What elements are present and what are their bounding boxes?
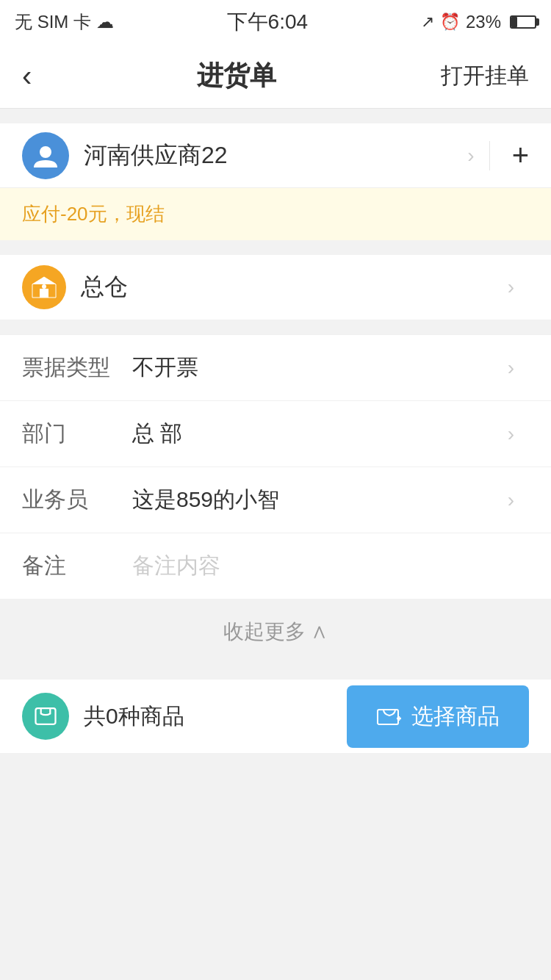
- form-card: 票据类型 不开票 › 部门 总 部 › 业务员 这是859的小智 › 备注 备注…: [0, 334, 551, 599]
- bottom-bar: 共0种商品 选择商品: [0, 680, 551, 753]
- section-gap-2: [0, 240, 551, 255]
- salesperson-row[interactable]: 业务员 这是859的小智 ›: [0, 466, 551, 533]
- warehouse-name: 总仓: [81, 271, 508, 303]
- warehouse-row[interactable]: 总仓 ›: [0, 255, 551, 320]
- svg-rect-3: [36, 708, 56, 724]
- page-title: 进货单: [197, 58, 276, 94]
- salesperson-value: 这是859的小智: [118, 485, 508, 515]
- notice-banner: 应付-20元，现结: [0, 188, 551, 240]
- warehouse-arrow-icon: ›: [508, 275, 514, 299]
- department-label: 部门: [22, 419, 118, 449]
- location-icon: ↗: [421, 12, 434, 32]
- back-button[interactable]: ‹: [22, 60, 32, 93]
- battery-icon: [510, 15, 536, 29]
- invoice-type-value: 不开票: [118, 353, 508, 383]
- supplier-card: 河南供应商22 › + 应付-20元，现结: [0, 123, 551, 240]
- supplier-row[interactable]: 河南供应商22 › +: [0, 123, 551, 188]
- invoice-arrow-icon: ›: [508, 356, 514, 380]
- status-right: ↗ ⏰ 23%: [421, 12, 536, 32]
- svg-rect-1: [40, 289, 48, 298]
- page-background: [0, 753, 551, 973]
- open-pending-button[interactable]: 打开挂单: [441, 61, 529, 91]
- department-value: 总 部: [118, 419, 508, 449]
- department-row[interactable]: 部门 总 部 ›: [0, 400, 551, 466]
- select-product-label: 选择商品: [411, 702, 500, 732]
- product-count: 共0种商品: [84, 702, 347, 732]
- alarm-icon: ⏰: [440, 12, 460, 32]
- warehouse-card: 总仓 ›: [0, 255, 551, 320]
- section-gap-1: [0, 109, 551, 123]
- svg-point-2: [42, 284, 46, 289]
- add-supplier-button[interactable]: +: [512, 139, 529, 172]
- sim-signal-text: 无 SIM 卡 ☁: [15, 10, 114, 34]
- status-bar: 无 SIM 卡 ☁ 下午6:04 ↗ ⏰ 23%: [0, 0, 551, 44]
- salesperson-arrow-icon: ›: [508, 489, 514, 512]
- invoice-type-label: 票据类型: [22, 353, 118, 383]
- status-left: 无 SIM 卡 ☁: [15, 10, 114, 34]
- battery-text: 23%: [466, 12, 501, 32]
- select-product-button[interactable]: 选择商品: [347, 685, 529, 748]
- svg-point-0: [40, 146, 51, 158]
- vertical-divider: [489, 141, 490, 170]
- nav-bar: ‹ 进货单 打开挂单: [0, 44, 551, 109]
- collapse-button[interactable]: 收起更多 ∧: [0, 599, 551, 665]
- section-gap-3: [0, 320, 551, 334]
- remark-placeholder[interactable]: 备注内容: [118, 551, 529, 581]
- remark-label: 备注: [22, 551, 118, 581]
- warehouse-icon: [22, 265, 66, 309]
- product-icon: [22, 693, 69, 740]
- supplier-name: 河南供应商22: [84, 140, 467, 172]
- status-time: 下午6:04: [227, 8, 309, 36]
- remark-row[interactable]: 备注 备注内容: [0, 533, 551, 599]
- supplier-avatar: [22, 132, 69, 179]
- salesperson-label: 业务员: [22, 485, 118, 515]
- supplier-arrow-icon: ›: [467, 144, 474, 167]
- invoice-type-row[interactable]: 票据类型 不开票 ›: [0, 334, 551, 400]
- department-arrow-icon: ›: [508, 422, 514, 446]
